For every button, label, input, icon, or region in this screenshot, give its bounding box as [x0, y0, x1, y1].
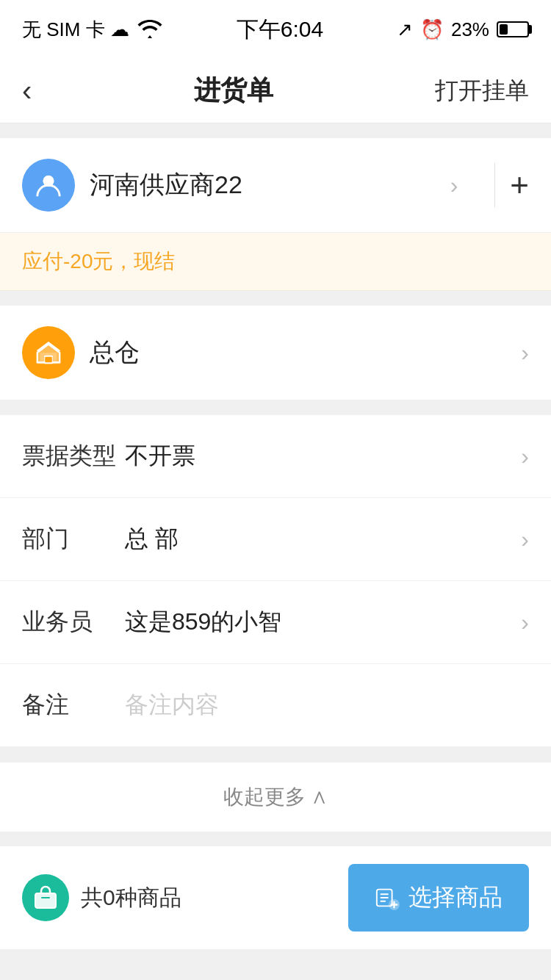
dept-row[interactable]: 部门 总 部 ›	[0, 498, 551, 581]
dept-value: 总 部	[125, 523, 521, 555]
vertical-divider	[494, 163, 495, 207]
alarm-icon: ⏰	[420, 18, 444, 41]
remark-label: 备注	[22, 689, 125, 721]
select-goods-icon	[375, 885, 400, 910]
svg-rect-3	[45, 357, 52, 363]
supplier-avatar	[22, 159, 75, 212]
goods-count-text: 共0种商品	[81, 883, 181, 913]
goods-icon-wrap	[22, 874, 69, 921]
warehouse-icon	[35, 339, 62, 367]
dept-chevron-icon: ›	[521, 526, 529, 553]
svg-rect-4	[35, 893, 56, 908]
warehouse-row[interactable]: 总仓 ›	[0, 306, 551, 400]
add-supplier-button[interactable]: +	[510, 169, 529, 201]
goods-count-wrap: 共0种商品	[22, 874, 181, 921]
warehouse-icon-wrap	[22, 326, 75, 379]
supplier-section: 河南供应商22 › + 应付-20元，现结	[0, 138, 551, 291]
invoice-label: 票据类型	[22, 440, 125, 472]
warehouse-chevron-icon: ›	[521, 339, 529, 367]
form-section: 票据类型 不开票 › 部门 总 部 › 业务员 这是859的小智 › 备注 备注…	[0, 415, 551, 747]
status-right: ↗ ⏰ 23%	[397, 18, 529, 41]
invoice-type-row[interactable]: 票据类型 不开票 ›	[0, 415, 551, 498]
supplier-chevron-icon: ›	[450, 172, 458, 199]
section-divider	[0, 123, 551, 138]
dept-label: 部门	[22, 523, 125, 555]
warehouse-name: 总仓	[90, 336, 521, 370]
page-title: 进货单	[194, 73, 273, 109]
notice-banner: 应付-20元，现结	[0, 233, 551, 291]
invoice-value: 不开票	[125, 440, 521, 472]
select-goods-label: 选择商品	[408, 882, 503, 914]
staff-label: 业务员	[22, 606, 125, 638]
location-icon: ↗	[397, 18, 413, 41]
wifi-icon	[137, 19, 163, 40]
battery-icon	[497, 21, 529, 37]
signal-text: 无 SIM 卡 ☁	[22, 17, 129, 43]
status-bar: 无 SIM 卡 ☁ 下午6:04 ↗ ⏰ 23%	[0, 0, 551, 59]
nav-bar: ‹ 进货单 打开挂单	[0, 59, 551, 123]
open-pending-button[interactable]: 打开挂单	[435, 75, 529, 107]
remark-input[interactable]: 备注内容	[125, 689, 529, 721]
shopping-bag-icon	[32, 884, 59, 911]
invoice-chevron-icon: ›	[521, 443, 529, 470]
collapse-toggle[interactable]: 收起更多 ∧	[0, 762, 551, 832]
back-button[interactable]: ‹	[22, 74, 32, 107]
staff-chevron-icon: ›	[521, 609, 529, 636]
staff-value: 这是859的小智	[125, 606, 521, 638]
supplier-row[interactable]: 河南供应商22 › +	[0, 138, 551, 233]
remark-row[interactable]: 备注 备注内容	[0, 664, 551, 747]
bottom-bar: 共0种商品 选择商品	[0, 846, 551, 949]
section-divider-2	[0, 291, 551, 306]
person-icon	[35, 171, 62, 199]
status-left: 无 SIM 卡 ☁	[22, 17, 163, 43]
select-goods-button[interactable]: 选择商品	[348, 864, 529, 932]
status-time: 下午6:04	[237, 15, 323, 45]
staff-row[interactable]: 业务员 这是859的小智 ›	[0, 581, 551, 664]
battery-text: 23%	[451, 18, 489, 41]
supplier-name: 河南供应商22	[90, 168, 450, 202]
